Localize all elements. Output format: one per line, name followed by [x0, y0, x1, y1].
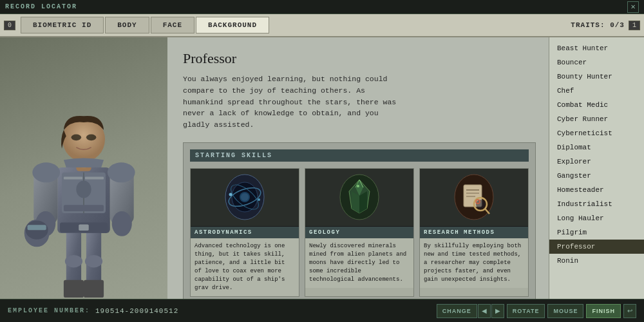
background-description: You always enjoyed learning, but nothing… — [183, 73, 402, 131]
sidebar-item-ronin[interactable]: Ronin — [549, 254, 644, 268]
svg-point-18 — [112, 211, 132, 236]
skills-section: STARTING SKILLS — [183, 142, 536, 299]
sidebar-item-long-hauler[interactable]: Long Hauler — [549, 211, 644, 225]
skill-icon-area-research — [420, 169, 528, 227]
main-content: Professor You always enjoyed learning, b… — [0, 37, 644, 299]
svg-point-35 — [258, 198, 260, 201]
tab-biometric-id[interactable]: BIOMETRIC ID — [21, 17, 104, 33]
svg-point-34 — [229, 193, 232, 196]
sidebar-item-bouncer[interactable]: Bouncer — [549, 55, 644, 70]
nav-tabs: 0 BIOMETRIC ID BODY FACE BACKGROUND TRAI… — [0, 14, 644, 37]
svg-rect-14 — [79, 224, 89, 231]
skills-grid: ASTRODYNAMICS Advanced technology is one… — [190, 168, 529, 297]
tab-background[interactable]: BACKGROUND — [196, 17, 269, 33]
skill-card-astrodynamics: ASTRODYNAMICS Advanced technology is one… — [190, 168, 299, 297]
top-bar: RECORD LOCATOR ✕ — [0, 0, 644, 14]
sidebar-item-pilgrim[interactable]: Pilgrim — [549, 225, 644, 240]
svg-rect-5 — [84, 280, 104, 298]
skill-icon-area-geology — [305, 169, 413, 227]
svg-point-2 — [65, 255, 82, 267]
svg-point-23 — [71, 135, 82, 141]
record-locator-title: RECORD LOCATOR — [5, 3, 77, 10]
research-icon — [453, 173, 495, 222]
change-prev-arrow[interactable]: ◀ — [478, 304, 491, 318]
sidebar-item-beast-hunter[interactable]: Beast Hunter — [549, 41, 644, 55]
sidebar-item-gangster[interactable]: Gangster — [549, 169, 644, 183]
skill-name-astrodynamics: ASTRODYNAMICS — [191, 227, 299, 238]
close-icon[interactable]: ✕ — [627, 1, 639, 13]
sidebar-item-professor[interactable]: Professor — [549, 240, 644, 254]
astrodynamics-icon — [224, 173, 266, 222]
sidebar-item-homesteader[interactable]: Homesteader — [549, 183, 644, 197]
svg-point-33 — [241, 193, 249, 201]
sidebar-item-cyber-runner[interactable]: Cyber Runner — [549, 112, 644, 126]
rotate-button[interactable]: ROTATE — [507, 304, 545, 318]
svg-point-20 — [108, 162, 135, 182]
mouse-button[interactable]: MOUSE — [547, 304, 583, 318]
skill-desc-research: By skillfully employing both new and tim… — [420, 238, 528, 288]
svg-point-3 — [85, 255, 102, 267]
svg-point-11 — [76, 180, 91, 198]
sidebar-item-combat-medic[interactable]: Combat Medic — [549, 98, 644, 112]
traits-section: TRAITS: 0/3 1 — [571, 21, 640, 30]
character-avatar — [19, 80, 148, 299]
sidebar-item-chef[interactable]: Chef — [549, 84, 644, 98]
bottom-bar: EMPLOYEE NUMBER: 190514-2009140512 CHANG… — [0, 299, 644, 322]
skill-card-research: RESEARCH METHODS By skillfully employing… — [419, 168, 529, 297]
geology-icon — [339, 173, 381, 222]
change-button[interactable]: CHANGE — [437, 304, 477, 318]
sidebar-item-diplomat[interactable]: Diplomat — [549, 140, 644, 155]
sidebar-item-industrialist[interactable]: Industrialist — [549, 197, 644, 211]
bottom-buttons: CHANGE ◀ ▶ ROTATE MOUSE FINISH ↩ — [437, 304, 636, 318]
svg-rect-12 — [64, 205, 104, 211]
skill-icon-area-astrodynamics — [191, 169, 299, 227]
svg-point-50 — [476, 200, 485, 209]
svg-rect-9 — [85, 177, 104, 180]
skill-desc-astrodynamics: Advanced technology is one thing, but it… — [191, 238, 299, 296]
finish-button[interactable]: FINISH — [586, 304, 621, 318]
info-panel: Professor You always enjoyed learning, b… — [167, 37, 549, 299]
tab-face[interactable]: FACE — [151, 17, 194, 33]
skill-name-research: RESEARCH METHODS — [420, 227, 528, 238]
traits-label: TRAITS: 0/3 — [571, 21, 625, 29]
right-nav-arrow[interactable]: 1 — [629, 21, 640, 30]
change-next-arrow[interactable]: ▶ — [491, 304, 504, 318]
employee-number: 190514-2009140512 — [95, 307, 178, 315]
skills-header: STARTING SKILLS — [190, 149, 529, 162]
svg-point-19 — [32, 162, 60, 182]
svg-point-24 — [86, 135, 97, 141]
change-btn-group: CHANGE ◀ ▶ — [437, 304, 504, 318]
skill-card-geology: GEOLOGY Newly discovered minerals mined … — [305, 168, 414, 297]
right-sidebar: Beast Hunter Bouncer Bounty Hunter Chef … — [549, 37, 644, 299]
sidebar-item-bounty-hunter[interactable]: Bounty Hunter — [549, 70, 644, 84]
sidebar-item-explorer[interactable]: Explorer — [549, 155, 644, 169]
svg-point-43 — [357, 185, 359, 187]
skill-name-geology: GEOLOGY — [305, 227, 413, 238]
svg-rect-4 — [64, 280, 84, 298]
left-nav-num[interactable]: 0 — [4, 21, 15, 30]
finish-confirm-arrow[interactable]: ↩ — [623, 304, 636, 318]
character-figure — [0, 37, 167, 299]
background-title: Professor — [183, 50, 536, 67]
skill-desc-geology: Newly discovered minerals mined from ali… — [305, 238, 413, 288]
tab-body[interactable]: BODY — [105, 17, 149, 33]
employee-label: EMPLOYEE NUMBER: — [8, 307, 90, 314]
svg-rect-8 — [64, 177, 82, 180]
svg-rect-27 — [28, 225, 46, 230]
sidebar-item-cyberneticist[interactable]: Cyberneticist — [549, 126, 644, 140]
character-panel — [0, 37, 167, 299]
